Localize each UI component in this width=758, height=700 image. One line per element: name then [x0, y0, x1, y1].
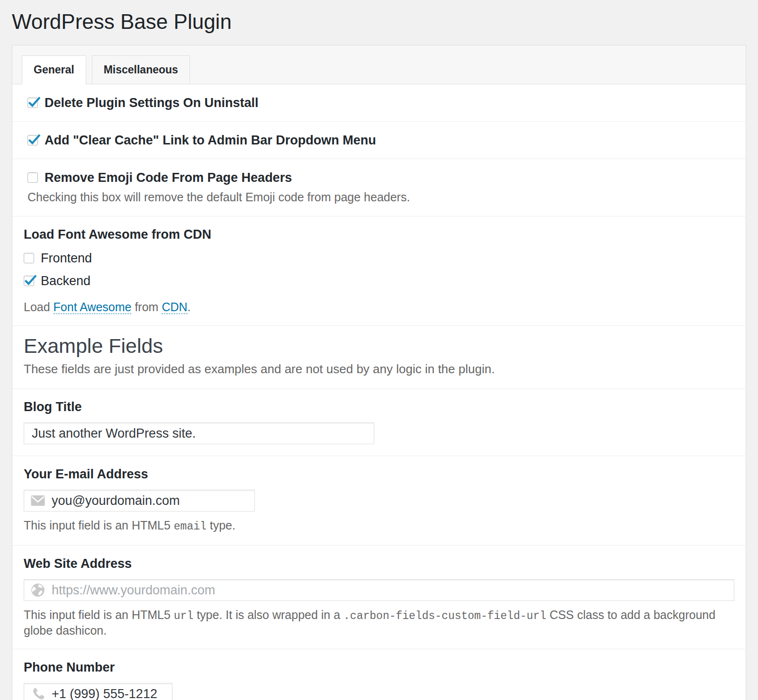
help-text-part: This input field is an HTML5 — [24, 519, 174, 532]
website-help-text: This input field is an HTML5 url type. I… — [24, 608, 734, 637]
help-text-part: type. It is also wrapped in a — [193, 608, 343, 621]
help-text-part: This input field is an HTML5 — [24, 608, 174, 621]
phone-input-wrap — [24, 683, 734, 700]
font-awesome-help-text: Load Font Awesome from CDN. — [24, 300, 734, 314]
remove-emoji-help-text: Checking this box will remove the defaul… — [27, 190, 734, 204]
backend-checkbox[interactable] — [24, 276, 34, 286]
phone-input[interactable] — [24, 683, 172, 700]
clear-cache-checkbox[interactable] — [27, 135, 38, 145]
website-input-wrap — [24, 579, 734, 601]
blog-title-label: Blog Title — [24, 400, 734, 413]
backend-label: Backend — [41, 274, 90, 287]
help-text-part: from — [131, 300, 162, 314]
phone-label: Phone Number — [24, 661, 734, 674]
css-class-code: .carbon-fields-custom-field-url — [343, 610, 546, 622]
tab-bar: General Miscellaneous — [12, 45, 746, 84]
section-description: These fields are just provided as exampl… — [24, 362, 734, 376]
check-icon — [27, 95, 41, 109]
url-type-code: url — [174, 610, 193, 622]
email-label: Your E-mail Address — [24, 467, 734, 481]
check-icon — [23, 273, 37, 287]
admin-page: WordPress Base Plugin General Miscellane… — [0, 0, 758, 700]
delete-settings-checkbox[interactable] — [27, 98, 38, 108]
field-row-website: Web Site Address This input field is an … — [12, 546, 746, 649]
tab-general[interactable]: General — [22, 55, 86, 84]
setting-row-clear-cache: Add "Clear Cache" Link to Admin Bar Drop… — [12, 122, 746, 159]
help-text-part: . — [188, 300, 191, 314]
website-input[interactable] — [24, 579, 734, 601]
help-text-part: Load — [24, 300, 54, 314]
delete-settings-label: Delete Plugin Settings On Uninstall — [45, 96, 259, 109]
page-title: WordPress Base Plugin — [12, 0, 746, 45]
font-awesome-link[interactable]: Font Awesome — [54, 300, 132, 314]
setting-row-remove-emoji: Remove Emoji Code From Page Headers Chec… — [12, 159, 746, 216]
clear-cache-label: Add "Clear Cache" Link to Admin Bar Drop… — [45, 134, 376, 147]
field-row-blog-title: Blog Title — [12, 389, 746, 456]
check-icon — [27, 132, 41, 146]
frontend-label: Frontend — [41, 251, 92, 265]
email-type-code: email — [174, 521, 207, 533]
settings-panel: General Miscellaneous Delete Plugin Sett… — [12, 45, 746, 700]
setting-row-font-awesome: Load Font Awesome from CDN Frontend Back… — [12, 216, 746, 326]
remove-emoji-checkbox[interactable] — [27, 172, 38, 183]
frontend-checkbox[interactable] — [24, 253, 34, 263]
font-awesome-options: Frontend Backend — [24, 251, 734, 287]
email-help-text: This input field is an HTML5 email type. — [24, 518, 734, 534]
font-awesome-group-label: Load Font Awesome from CDN — [24, 228, 734, 241]
website-label: Web Site Address — [24, 557, 734, 570]
example-fields-section-header: Example Fields These fields are just pro… — [12, 326, 746, 389]
email-input-wrap — [24, 490, 734, 512]
setting-row-delete-settings: Delete Plugin Settings On Uninstall — [12, 84, 746, 122]
field-row-phone: Phone Number — [12, 649, 746, 700]
tab-miscellaneous[interactable]: Miscellaneous — [92, 55, 190, 84]
blog-title-input-wrap — [24, 422, 734, 444]
section-title: Example Fields — [24, 333, 734, 358]
help-text-part: type. — [207, 519, 235, 532]
field-row-email: Your E-mail Address This input field is … — [12, 456, 746, 546]
cdn-link[interactable]: CDN — [162, 300, 187, 314]
blog-title-input[interactable] — [24, 422, 374, 444]
email-input[interactable] — [24, 490, 255, 512]
remove-emoji-label: Remove Emoji Code From Page Headers — [45, 171, 292, 184]
